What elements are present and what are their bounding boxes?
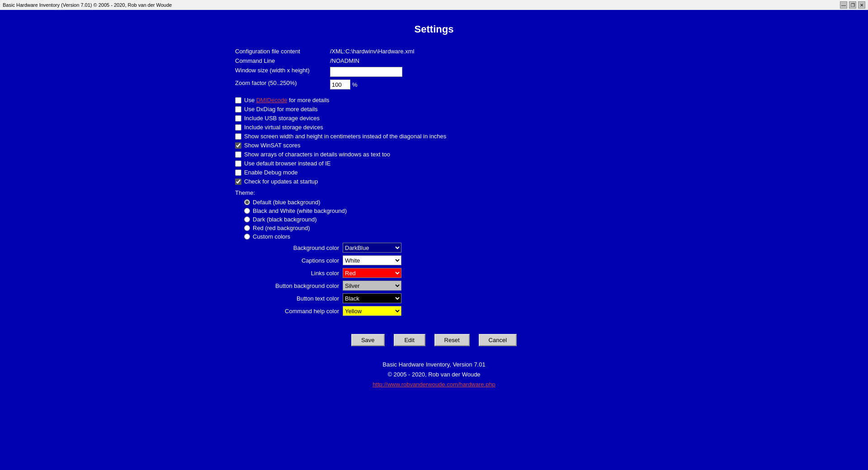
usb-label: Include USB storage devices xyxy=(244,115,320,122)
theme-custom-label: Custom colors xyxy=(253,233,290,240)
cancel-button[interactable]: Cancel xyxy=(479,334,517,346)
close-button[interactable]: ✕ xyxy=(858,1,865,9)
command-line-label: Command Line xyxy=(235,57,330,64)
reset-button[interactable]: Reset xyxy=(434,334,470,346)
command-help-color-row: Command help color Yellow xyxy=(253,306,642,316)
browser-label: Use default browser instead of IE xyxy=(244,160,331,167)
footer-line2: © 2005 - 2020, Rob van der Woude xyxy=(226,370,642,380)
checkbox-browser[interactable] xyxy=(235,160,241,167)
command-help-color-label: Command help color xyxy=(253,308,339,315)
dmidecode-label: Use DMIDecode for more details xyxy=(244,97,330,103)
theme-custom-row: Custom colors xyxy=(244,233,642,240)
theme-default-row: Default (blue background) xyxy=(244,199,642,206)
option-arrays: Show arrays of characters in details win… xyxy=(235,151,642,158)
save-button[interactable]: Save xyxy=(351,334,385,346)
captions-color-label: Captions color xyxy=(253,257,339,264)
button-row: Save Edit Reset Cancel xyxy=(226,334,642,346)
screen-cm-label: Show screen width and height in centimet… xyxy=(244,133,446,140)
config-info-grid: Configuration file content /XML:C:\hardw… xyxy=(235,48,642,89)
theme-dark-label: Dark (black background) xyxy=(253,216,317,223)
radio-theme-red[interactable] xyxy=(244,225,250,231)
dxdiag-label: Use DxDiag for more details xyxy=(244,106,318,113)
option-virtual: Include virtual storage devices xyxy=(235,124,642,131)
footer-link[interactable]: http://www.robvanderwoude.com/hardware.p… xyxy=(373,381,495,388)
custom-colors-section: Background color DarkBlue Captions color… xyxy=(253,243,642,316)
checkbox-dxdiag[interactable] xyxy=(235,106,241,113)
title-bar: Basic Hardware Inventory (Version 7.01) … xyxy=(0,0,868,10)
links-color-row: Links color Red xyxy=(253,268,642,278)
option-winsat: Show WinSAT scores xyxy=(235,142,642,149)
updates-label: Check for updates at startup xyxy=(244,178,318,185)
option-browser: Use default browser instead of IE xyxy=(235,160,642,167)
page-title: Settings xyxy=(226,24,642,35)
theme-dark-row: Dark (black background) xyxy=(244,216,642,223)
footer: Basic Hardware Inventory, Version 7.01 ©… xyxy=(226,360,642,390)
bg-color-select[interactable]: DarkBlue xyxy=(343,243,401,253)
button-bg-color-select[interactable]: Silver xyxy=(343,281,401,291)
window-size-label: Window size (width x height) xyxy=(235,67,330,77)
command-help-color-select[interactable]: Yellow xyxy=(343,306,401,316)
radio-theme-dark[interactable] xyxy=(244,216,250,222)
zoom-row: % xyxy=(330,80,642,89)
winsat-label: Show WinSAT scores xyxy=(244,142,301,149)
radio-theme-bw[interactable] xyxy=(244,208,250,214)
arrays-label: Show arrays of characters in details win… xyxy=(244,151,390,158)
dmidecode-link[interactable]: DMIDecode xyxy=(256,97,288,103)
radio-theme-custom[interactable] xyxy=(244,234,250,240)
virtual-label: Include virtual storage devices xyxy=(244,124,323,131)
title-bar-controls: — ❐ ✕ xyxy=(840,1,865,9)
edit-button[interactable]: Edit xyxy=(394,334,425,346)
checkbox-updates[interactable] xyxy=(235,179,241,185)
button-bg-color-label: Button background color xyxy=(253,282,339,289)
theme-red-row: Red (red background) xyxy=(244,225,642,231)
footer-line1: Basic Hardware Inventory, Version 7.01 xyxy=(226,360,642,370)
links-color-select[interactable]: Red xyxy=(343,268,401,278)
debug-label: Enable Debug mode xyxy=(244,169,298,176)
zoom-input[interactable] xyxy=(330,80,350,89)
main-content: Settings Configuration file content /XML… xyxy=(208,10,660,403)
theme-red-label: Red (red background) xyxy=(253,225,310,231)
checkbox-virtual[interactable] xyxy=(235,124,241,131)
option-dxdiag: Use DxDiag for more details xyxy=(235,106,642,113)
button-bg-color-row: Button background color Silver xyxy=(253,281,642,291)
bg-color-label: Background color xyxy=(253,244,339,251)
radio-theme-default[interactable] xyxy=(244,199,250,205)
options-section: Use DMIDecode for more details Use DxDia… xyxy=(235,97,642,185)
zoom-label: Zoom factor (50..250%) xyxy=(235,80,330,89)
button-text-color-row: Button text color Black xyxy=(253,293,642,303)
button-text-color-select[interactable]: Black xyxy=(343,293,401,303)
theme-bw-label: Black and White (white background) xyxy=(253,207,347,214)
zoom-suffix: % xyxy=(352,81,358,88)
minimize-button[interactable]: — xyxy=(840,1,847,9)
button-text-color-label: Button text color xyxy=(253,295,339,302)
restore-button[interactable]: ❐ xyxy=(849,1,856,9)
option-usb: Include USB storage devices xyxy=(235,115,642,122)
option-screen-cm: Show screen width and height in centimet… xyxy=(235,133,642,140)
checkbox-screen-cm[interactable] xyxy=(235,133,241,140)
captions-color-select[interactable]: White xyxy=(343,255,401,265)
checkbox-debug[interactable] xyxy=(235,169,241,176)
option-dmidecode: Use DMIDecode for more details xyxy=(235,97,642,103)
option-updates: Check for updates at startup xyxy=(235,178,642,185)
checkbox-dmidecode[interactable] xyxy=(235,97,241,103)
theme-default-label: Default (blue background) xyxy=(253,199,321,206)
bg-color-row: Background color DarkBlue xyxy=(253,243,642,253)
title-bar-label: Basic Hardware Inventory (Version 7.01) … xyxy=(3,2,172,8)
config-file-value: /XML:C:\hardwinv\Hardware.xml xyxy=(330,48,642,55)
checkbox-usb[interactable] xyxy=(235,115,241,122)
option-debug: Enable Debug mode xyxy=(235,169,642,176)
theme-bw-row: Black and White (white background) xyxy=(244,207,642,214)
command-line-value: /NOADMIN xyxy=(330,57,642,64)
config-file-label: Configuration file content xyxy=(235,48,330,55)
links-color-label: Links color xyxy=(253,270,339,277)
checkbox-arrays[interactable] xyxy=(235,151,241,158)
captions-color-row: Captions color White xyxy=(253,255,642,265)
checkbox-winsat[interactable] xyxy=(235,142,241,149)
window-size-input[interactable] xyxy=(330,67,402,77)
theme-label: Theme: xyxy=(235,189,642,196)
